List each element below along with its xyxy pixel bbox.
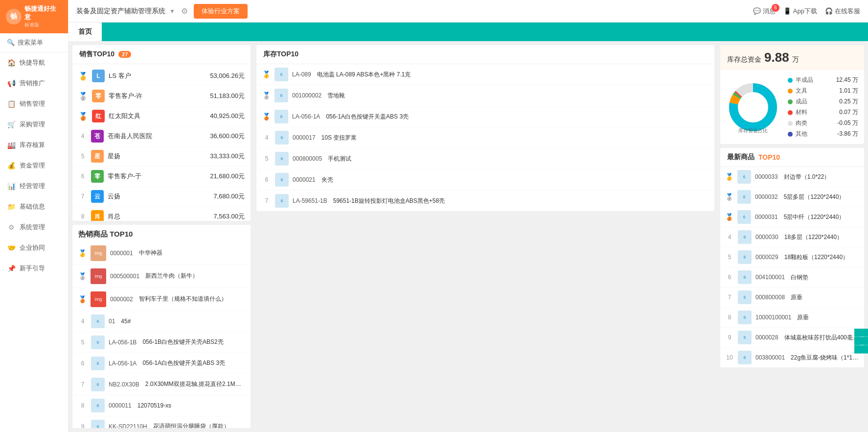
content: 销售TOP10 27 🥇 L LS 客户 53,006.26元 🥈 零 零售客户…	[69, 41, 868, 432]
new-product-row: 8 6 10000100001 原垂	[720, 308, 864, 328]
gear-icon[interactable]: ⚙	[181, 6, 188, 16]
product-name: 18颗粒板（1220*2440）	[784, 253, 859, 262]
rank-num: 8	[78, 402, 87, 409]
messages-badge[interactable]: 💬 消息 6	[753, 7, 776, 16]
sales-icon: 📋	[7, 99, 16, 108]
dropdown-icon[interactable]: ▼	[169, 8, 175, 15]
header: 装备及固定资产辅助管理系统 ▼ ⚙ 体验行业方案 💬 消息 6 📱 App下载 …	[69, 0, 868, 23]
product-code: KK-SD22110H	[109, 423, 147, 428]
rank-num: 6	[725, 274, 734, 281]
new-product-row: 5 6 0000029 18颗粒板（1220*2440）	[720, 247, 864, 267]
header-right: 💬 消息 6 📱 App下载 🎧 在线客服	[753, 7, 860, 16]
float-buttons: 客服热线 服务社区 直播	[854, 329, 868, 354]
rank-num: 5	[78, 153, 87, 160]
tab-home[interactable]: 首页	[69, 23, 102, 41]
product-name: 中华神器	[139, 249, 245, 257]
inventory-products-list: 🥇 6 LA-089 电池盖 LA-089 ABS本色+黑种 7.1克 🥈 6 …	[256, 64, 714, 211]
sidebar-search[interactable]: 🔍 搜索菜单	[0, 33, 68, 52]
hot-products-card: 热销商品 TOP10 🥇 img 0000001 中华神器 🥈 img 0005…	[72, 225, 251, 428]
legend-name: 其他	[796, 130, 834, 138]
product-thumb: img	[91, 268, 106, 284]
inventory-product-row: 5 6 000800005 手机测试	[256, 148, 714, 169]
trial-button[interactable]: 体验行业方案	[194, 4, 248, 19]
app-name: 畅捷通好生意	[24, 5, 62, 22]
rank-num: 6	[78, 360, 87, 367]
sidebar-item-operations[interactable]: 📊 经营管理	[0, 176, 68, 196]
legend-value: -0.05 万	[837, 119, 858, 127]
rank-num: 4	[725, 234, 734, 240]
rank-num: 4	[262, 134, 271, 141]
product-thumb: 6	[738, 331, 752, 344]
finance-icon: 💰	[7, 161, 16, 170]
legend-item: 其他 -3.86 万	[788, 130, 858, 138]
sidebar-item-sales[interactable]: 📋 销售管理	[0, 94, 68, 114]
sidebar-logo: 畅 畅捷通好生意 标准版	[0, 0, 68, 33]
product-code: 10000100001	[755, 314, 791, 321]
rank-icon: 🥇	[262, 71, 271, 78]
customer-amount: 36,600.00元	[210, 132, 245, 141]
customer-amount: 51,183.00元	[210, 92, 245, 100]
nav-tabs: 首页	[69, 23, 868, 41]
product-thumb: img	[91, 245, 106, 261]
product-thumb: 6	[738, 290, 752, 304]
new-products-card: 最新商品 TOP10 🥇 6 0000033 封边带（1.0*22） 🥈 6 0…	[720, 148, 864, 367]
product-code: 0000021	[293, 176, 316, 183]
product-thumb: 6	[274, 110, 288, 123]
customer-avatar: 云	[91, 190, 104, 203]
customer-name: 肖总	[108, 212, 209, 221]
customer-amount: 7,680.00元	[213, 192, 245, 201]
customer-row: 6 零 零售客户-于 21,680.00元	[72, 167, 251, 187]
message-icon: 💬	[753, 7, 761, 15]
product-name: 18多层（1220*2440）	[784, 233, 859, 241]
rank-icon: 🥈	[78, 272, 87, 280]
purchase-icon: 🛒	[7, 120, 16, 129]
headset-icon: 🎧	[825, 7, 833, 15]
new-product-row: 🥈 6 0000032 5层多层（1220*2440）	[720, 187, 864, 207]
marketing-icon: 📢	[7, 79, 16, 88]
sidebar-item-system[interactable]: ⚙ 系统管理	[0, 217, 68, 238]
sidebar-item-collab[interactable]: 🤝 企业协同	[0, 238, 68, 258]
product-code: 0000030	[755, 234, 778, 240]
online-service[interactable]: 🎧 在线客服	[825, 7, 860, 16]
float-btn-community[interactable]: 服务社区	[854, 337, 868, 345]
hot-product-row: 🥇 img 0000001 中华神器	[72, 242, 251, 265]
product-name: 封边带（1.0*22）	[784, 173, 859, 181]
sidebar-item-basics[interactable]: 📁 基础信息	[0, 196, 68, 217]
product-thumb: 6	[738, 230, 752, 244]
sidebar-item-inventory[interactable]: 🏭 库存核算	[0, 135, 68, 155]
float-btn-service[interactable]: 客服热线	[854, 329, 868, 337]
donut-label: 库存资金占比	[738, 127, 768, 134]
product-thumb: 6	[91, 420, 105, 428]
product-code: LA-59651-1B	[293, 197, 327, 204]
app-version: 标准版	[24, 22, 62, 28]
sidebar-item-quicknav[interactable]: 🏠 快捷导航	[0, 52, 68, 73]
product-name: 雪地靴	[327, 92, 708, 100]
product-name: 新西兰牛肉（新牛）	[145, 272, 245, 280]
sidebar-item-label: 经营管理	[20, 182, 45, 191]
product-name: 59651-1B旋转投影灯电池盒ABS黑色+58壳	[333, 197, 708, 205]
donut-svg	[726, 80, 780, 134]
product-thumb: img	[91, 291, 106, 307]
sidebar-item-finance[interactable]: 💰 资金管理	[0, 155, 68, 176]
product-code: 0000001	[110, 250, 133, 257]
product-code: LA-056-1A	[109, 360, 137, 367]
hot-products-title: 热销商品 TOP10	[72, 225, 251, 242]
sidebar-item-purchase[interactable]: 🛒 采购管理	[0, 114, 68, 135]
legend-dot	[788, 89, 793, 94]
product-name: 体城嘉枚味苏打饮品400毫升（1*15）	[784, 334, 859, 342]
sidebar-item-label: 基础信息	[20, 202, 45, 211]
float-btn-live[interactable]: 直播	[854, 345, 868, 354]
legend-dot	[788, 132, 793, 137]
rank-icon: 🥇	[725, 173, 733, 181]
product-code: LA-089	[292, 71, 311, 78]
product-name: 12070519-xs	[137, 402, 245, 409]
donut-section: 库存资金占比 半成品 12.45 万 文具 1.01 万 成品 0.25 万 材…	[720, 70, 864, 144]
rank-icon: 🥈	[262, 92, 271, 99]
app-download[interactable]: 📱 App下载	[783, 7, 817, 16]
home-icon: 🏠	[7, 58, 16, 67]
sidebar-item-marketing[interactable]: 📢 营销推广	[0, 73, 68, 94]
online-service-label: 在线客服	[835, 7, 860, 16]
app-download-label: App下载	[793, 7, 817, 16]
customer-row: 8 肖 肖总 7,563.00元	[72, 207, 251, 221]
sidebar-item-guide[interactable]: 📌 新手引导	[0, 258, 68, 279]
